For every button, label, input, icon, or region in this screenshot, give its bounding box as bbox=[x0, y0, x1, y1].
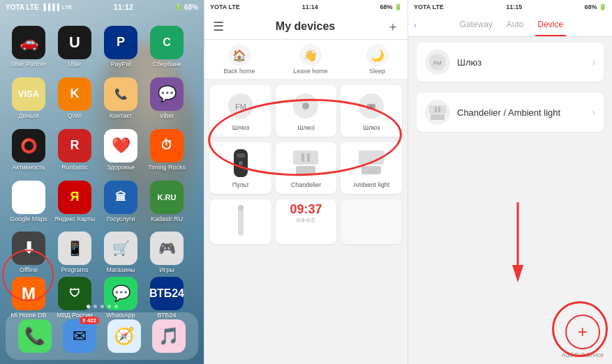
music-icon: 🎵 bbox=[158, 326, 179, 346]
app-dock: 📞 ✉ 9 422 🧭 🎵 bbox=[6, 312, 198, 360]
svg-rect-22 bbox=[435, 107, 437, 112]
add-subdevice-area[interactable]: + Add Subdevice bbox=[561, 314, 604, 358]
add-subdevice-label: Add Subdevice bbox=[561, 351, 604, 358]
dock-mail[interactable]: ✉ 9 422 bbox=[63, 319, 96, 353]
device-extra1[interactable] bbox=[210, 199, 271, 244]
app-dengi[interactable]: VISA Деньги bbox=[7, 74, 50, 123]
app-kadastr[interactable]: K.RU Kadastr.RU bbox=[145, 177, 188, 226]
svg-rect-10 bbox=[293, 151, 318, 165]
backhome-icon: 🏠 bbox=[228, 44, 251, 66]
app-paypal[interactable]: P PayPal bbox=[99, 22, 142, 71]
tab-gateway[interactable]: Gateway bbox=[456, 14, 495, 36]
app-programs[interactable]: 📱 Programs bbox=[53, 232, 96, 274]
p3-carrier: YOTA LTE bbox=[414, 3, 444, 10]
app-yandexmaps[interactable]: Я Яндекс Карты bbox=[53, 177, 96, 226]
shluz1-icon: FM bbox=[225, 91, 256, 121]
p2-carrier: YOTA LTE bbox=[210, 3, 240, 10]
device-row-shluz[interactable]: FM Шлюз › bbox=[417, 43, 604, 82]
app-timing[interactable]: ⏱ Timing Rocks bbox=[145, 126, 188, 174]
app-sberbank[interactable]: С Сбербанк bbox=[145, 22, 188, 71]
panel2-mydevices: YOTA LTE 11:14 68% 🔋 ☰ My devices ＋ 🏠 Ba… bbox=[204, 0, 408, 364]
uber-partner-icon: 🚗 bbox=[20, 33, 38, 52]
add-device-button[interactable]: ＋ bbox=[387, 18, 399, 35]
tab-auto[interactable]: Auto bbox=[504, 14, 527, 36]
app-viber[interactable]: 💬 Viber bbox=[145, 74, 188, 123]
scene-leavehome[interactable]: 👋 Leave home bbox=[293, 44, 328, 75]
device-ambient[interactable]: Ambient light bbox=[341, 142, 402, 194]
app-uber-partner[interactable]: 🚗 Uber Partner bbox=[7, 22, 50, 71]
separator bbox=[417, 86, 604, 93]
svg-point-17 bbox=[238, 205, 244, 211]
svg-rect-21 bbox=[431, 114, 445, 120]
qiwi-icon: K bbox=[70, 86, 80, 101]
app-kontakt[interactable]: 📞 Контакт bbox=[99, 74, 142, 123]
programs-icon: 📱 bbox=[66, 240, 84, 257]
shluz-chevron: › bbox=[592, 56, 595, 68]
sleep-icon: 🌙 bbox=[366, 44, 389, 66]
tab-device[interactable]: Device bbox=[535, 14, 567, 36]
plus-icon: + bbox=[578, 322, 588, 342]
svg-point-9 bbox=[239, 161, 243, 165]
signal-icon: ▐▐▐▐ bbox=[42, 3, 60, 10]
dock-phone[interactable]: 📞 bbox=[18, 319, 52, 353]
statusbar-panel1: YOTA LTE ▐▐▐▐ LTE 11:12 🔋 68% bbox=[0, 0, 204, 14]
tab-list: Gateway Auto Device bbox=[417, 14, 606, 36]
app-googlemaps[interactable]: 🗺 Google Maps bbox=[7, 177, 50, 226]
dot-5 bbox=[114, 305, 118, 308]
timing-icon: ⏱ bbox=[161, 138, 173, 153]
dot-4 bbox=[107, 305, 111, 308]
yandexmaps-icon: Я bbox=[70, 190, 80, 204]
device-blank bbox=[341, 199, 402, 244]
app-qiwi[interactable]: K QIWI bbox=[53, 74, 96, 123]
app-zdorovie[interactable]: ❤️ Здоровье bbox=[99, 126, 142, 174]
app-offline[interactable]: ⬇ Offline bbox=[7, 232, 50, 274]
app-magaziny[interactable]: 🛒 Магазины bbox=[99, 232, 142, 274]
device-shluz2[interactable]: Шлюз bbox=[276, 85, 337, 137]
dock-safari[interactable]: 🧭 bbox=[107, 319, 141, 353]
app-aktivnost[interactable]: ⭕ Активность bbox=[7, 126, 50, 174]
safari-icon: 🧭 bbox=[114, 326, 135, 346]
menu-icon[interactable]: ☰ bbox=[213, 19, 224, 34]
svg-point-3 bbox=[302, 103, 309, 109]
svg-rect-13 bbox=[307, 153, 310, 162]
device-row-chandelier[interactable]: Chandelier / Ambient light › bbox=[417, 93, 604, 132]
pult-icon bbox=[225, 148, 256, 179]
app-runtastic[interactable]: R Runtastic bbox=[53, 126, 96, 174]
svg-point-6 bbox=[370, 105, 373, 108]
device-shluz1[interactable]: FM Шлюз bbox=[210, 85, 271, 137]
device-shluz3[interactable]: Шлюз bbox=[341, 85, 402, 137]
device-status: 设备状态 bbox=[296, 217, 315, 224]
scene-backhome[interactable]: 🏠 Back home bbox=[223, 44, 255, 75]
app-gosuslugi[interactable]: 🏛 Госуслуги bbox=[99, 177, 142, 226]
p2-battery: 68% 🔋 bbox=[380, 3, 402, 10]
device-clock[interactable]: 09:37 设备状态 bbox=[276, 199, 337, 244]
panel1-homescreen: YOTA LTE ▐▐▐▐ LTE 11:12 🔋 68% 🚗 Uber Par… bbox=[0, 0, 204, 364]
device-tabs-header: ‹ Gateway Auto Device bbox=[408, 14, 612, 37]
scene-sleep[interactable]: 🌙 Sleep bbox=[366, 44, 389, 75]
app-igry[interactable]: 🎮 Игры bbox=[145, 232, 188, 274]
add-subdevice-button[interactable]: + bbox=[565, 314, 600, 349]
extra1-icon bbox=[225, 205, 256, 236]
p3-battery: 68% 🔋 bbox=[584, 3, 606, 10]
googlemaps-icon: 🗺 bbox=[22, 189, 36, 205]
ambient-icon bbox=[356, 148, 387, 179]
phone-icon: 📞 bbox=[24, 326, 45, 346]
dock-music[interactable]: 🎵 bbox=[152, 319, 186, 353]
chandelier-chevron: › bbox=[592, 107, 595, 118]
device-detail-content: FM Шлюз › Chandelier / Ambient lig bbox=[408, 37, 612, 309]
device-chandelier[interactable]: Chandelier bbox=[276, 142, 337, 194]
svg-rect-23 bbox=[438, 107, 440, 112]
igry-icon: 🎮 bbox=[158, 240, 176, 257]
kadastr-icon: K.RU bbox=[158, 193, 177, 202]
svg-rect-20 bbox=[429, 105, 446, 114]
battery-icon: 🔋 bbox=[174, 3, 182, 10]
mail-icon: ✉ bbox=[73, 326, 87, 346]
app-uber[interactable]: U Uber bbox=[53, 22, 96, 71]
panel3-bottom-area: + Add Subdevice bbox=[408, 309, 612, 364]
device-pult[interactable]: Пульт bbox=[210, 142, 271, 194]
shluz2-icon bbox=[290, 91, 321, 121]
other-device-grid: Пульт Chandelier bbox=[210, 142, 402, 194]
mihome-icon: M bbox=[22, 284, 36, 303]
svg-rect-8 bbox=[237, 153, 245, 158]
scenes-row: 🏠 Back home 👋 Leave home 🌙 Sleep bbox=[204, 40, 408, 79]
